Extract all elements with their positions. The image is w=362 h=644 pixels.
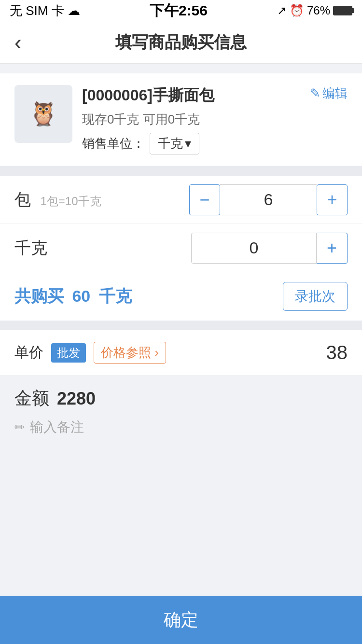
edit-label: 编辑 [322, 85, 348, 102]
empty-space [0, 444, 362, 618]
unit-label: 销售单位： [82, 135, 145, 152]
kg-qty-control: + [191, 233, 348, 264]
total-row: 共购买 60 千克 录批次 [0, 272, 362, 321]
product-info: [0000006]手撕面包 现存0千克 可用0千克 销售单位： 千克 ▾ [82, 85, 348, 154]
bao-qty-input[interactable] [220, 184, 317, 215]
product-image: 🦉 [14, 85, 72, 143]
price-ref-label: 价格参照 › [101, 344, 159, 361]
bao-minus-button[interactable]: − [189, 184, 220, 215]
status-bar: 无 SIM 卡 ☁ 下午2:56 ↗ ⏰ 76% [0, 0, 362, 21]
price-value: 38 [326, 342, 348, 364]
record-batch-button[interactable]: 录批次 [283, 282, 348, 311]
battery-level: 76% [307, 4, 330, 17]
back-icon: ‹ [14, 30, 22, 54]
edit-button[interactable]: ✎ 编辑 [310, 85, 348, 102]
confirm-button[interactable]: 确定 [0, 596, 362, 644]
kg-label: 千克 [14, 237, 191, 259]
pencil-icon: ✏ [14, 420, 25, 435]
total-prefix: 共购买 [14, 287, 64, 305]
status-right: ↗ ⏰ 76% [277, 4, 352, 17]
bao-row: 包 1包=10千克 − + [0, 176, 362, 224]
price-section: 单价 批发 价格参照 › 38 [0, 330, 362, 375]
amount-row: 金额 2280 [14, 387, 348, 410]
price-ref-button[interactable]: 价格参照 › [94, 342, 166, 364]
remark-placeholder: 输入备注 [30, 418, 84, 436]
price-label: 单价 [14, 343, 43, 363]
location-icon: ↗ [277, 4, 287, 17]
unit-value: 千克 [158, 135, 183, 152]
unit-select[interactable]: 千克 ▾ [150, 133, 199, 154]
section-divider-2 [0, 321, 362, 330]
total-unit: 千克 [99, 287, 132, 305]
remark-row[interactable]: ✏ 输入备注 [14, 418, 348, 436]
total-text: 共购买 60 千克 [14, 285, 132, 308]
edit-icon: ✎ [310, 86, 320, 101]
price-tag: 批发 [51, 343, 86, 363]
product-unit: 销售单位： 千克 ▾ [82, 133, 348, 154]
page-title: 填写商品购买信息 [115, 31, 247, 54]
dropdown-icon: ▾ [185, 136, 191, 151]
bao-label: 包 1包=10千克 [14, 189, 189, 211]
bao-plus-button[interactable]: + [317, 184, 348, 215]
alarm-icon: ⏰ [290, 4, 304, 17]
status-left: 无 SIM 卡 ☁ [10, 2, 80, 19]
amount-value: 2280 [57, 389, 96, 409]
amount-label: 金额 [14, 387, 49, 410]
product-thumbnail: 🦉 [29, 100, 58, 127]
battery-icon [333, 6, 352, 15]
kg-qty-input[interactable] [191, 233, 317, 264]
bao-qty-control: − + [189, 184, 348, 215]
status-time: 下午2:56 [150, 1, 208, 21]
nav-bar: ‹ 填写商品购买信息 [0, 21, 362, 64]
kg-plus-button[interactable]: + [317, 233, 348, 264]
bao-hint: 1包=10千克 [40, 195, 101, 208]
price-row: 单价 批发 价格参照 › 38 [14, 342, 348, 364]
total-amount: 60 [72, 287, 90, 305]
amount-section: 金额 2280 ✏ 输入备注 [0, 375, 362, 444]
section-divider-1 [0, 166, 362, 176]
product-name: [0000006]手撕面包 [82, 85, 348, 106]
sim-status: 无 SIM 卡 ☁ [10, 2, 80, 19]
input-section: 包 1包=10千克 − + 千克 + [0, 176, 362, 272]
product-card: 🦉 [0000006]手撕面包 现存0千克 可用0千克 销售单位： 千克 ▾ ✎… [0, 73, 362, 166]
kg-row: 千克 + [0, 224, 362, 272]
product-stock: 现存0千克 可用0千克 [82, 111, 348, 128]
back-button[interactable]: ‹ [14, 30, 22, 55]
bao-text: 包 [14, 190, 31, 209]
